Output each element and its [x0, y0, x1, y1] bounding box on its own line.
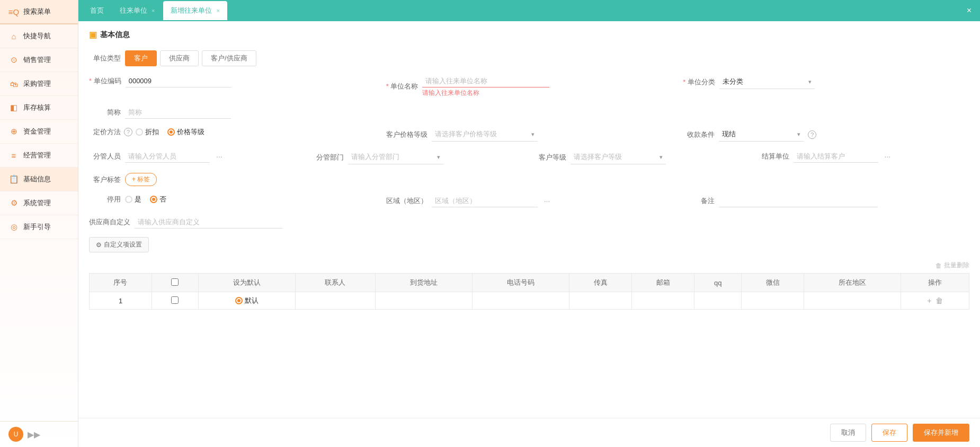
row-checkbox[interactable] [171, 296, 179, 304]
contact-table: 序号 设为默认 联系人 到货地址 电话号码 传真 邮箱 qq 微信 所在地区 操… [89, 273, 969, 310]
region-more-btn[interactable]: ··· [542, 197, 553, 205]
section-title: ▣ 基本信息 [89, 30, 969, 40]
sidebar-item-basic[interactable]: 📋 基础信息 [0, 168, 78, 191]
select-all-checkbox[interactable] [171, 278, 179, 286]
add-tag-button[interactable]: + 标签 [125, 173, 157, 186]
sidebar-item-inventory-label: 库存核算 [23, 103, 51, 112]
tag-row: 客户标签 + 标签 [89, 173, 969, 186]
radio-price-level-label: 价格等级 [177, 127, 204, 137]
dropdown-arrow5: ▾ [660, 154, 663, 161]
cell-default: 默认 [198, 292, 295, 310]
payment-terms-select[interactable]: 现结 ▾ [719, 127, 804, 142]
settlement-more-btn[interactable]: ··· [883, 152, 893, 161]
unit-code-input[interactable] [126, 75, 231, 87]
customer-price-level-select[interactable]: 请选择客户价格等级 ▾ [432, 127, 538, 142]
customer-price-level-group: 客户价格等级 请选择客户价格等级 ▾ [386, 127, 673, 142]
unit-name-label: 单位名称 [386, 82, 418, 91]
remark-group: 备注 [683, 195, 969, 207]
radio-yes[interactable]: 是 [125, 195, 141, 204]
btn-both[interactable]: 客户/供应商 [202, 50, 256, 66]
cell-contact [296, 292, 376, 310]
radio-price-level[interactable]: 价格等级 [167, 127, 204, 137]
sidebar-item-guide[interactable]: ◎ 新手引导 [0, 215, 78, 239]
department-select[interactable]: 请输入分管部门 ▾ [348, 150, 443, 164]
window-close-button[interactable]: × [963, 6, 976, 15]
add-row-btn[interactable]: + [927, 296, 931, 305]
col-checkbox [152, 274, 198, 292]
radio-discount-label: 折扣 [145, 127, 159, 137]
settlement-unit-input[interactable] [794, 150, 878, 163]
unit-type-row: 单位类型 客户 供应商 客户/供应商 [89, 50, 969, 66]
basic-icon: 📋 [8, 174, 19, 185]
supplier-custom-input[interactable] [135, 216, 283, 229]
manager-more-btn[interactable]: ··· [214, 152, 225, 161]
unit-name-input[interactable] [422, 75, 549, 87]
col-wechat: 微信 [742, 274, 804, 292]
unit-code-group: 单位编码 [89, 75, 376, 87]
customer-price-level-placeholder: 请选择客户价格等级 [435, 129, 497, 139]
radio-discount[interactable]: 折扣 [136, 127, 159, 137]
sidebar-item-inventory[interactable]: ◧ 库存核算 [0, 96, 78, 120]
manager-group: 分管人员 ··· [89, 150, 301, 163]
tab-home[interactable]: 首页 [83, 1, 111, 20]
abbreviation-row: 简称 [89, 106, 969, 119]
custom-settings-section: ⚙ 自定义项设置 [89, 237, 969, 252]
sidebar-item-sales[interactable]: ⊙ 销售管理 [0, 48, 78, 72]
manager-input[interactable] [125, 150, 210, 163]
unit-category-select[interactable]: 未分类 ▾ [719, 75, 815, 89]
abbreviation-input[interactable] [125, 106, 231, 119]
purchase-icon: 🛍 [8, 78, 19, 89]
guide-icon: ◎ [8, 222, 19, 232]
btn-customer[interactable]: 客户 [125, 50, 157, 66]
batch-delete-label[interactable]: 批量删除 [944, 261, 969, 270]
sidebar-item-system[interactable]: ⚙ 系统管理 [0, 191, 78, 215]
expand-icon[interactable]: ▶▶ [28, 430, 40, 440]
pricing-row: 定价方法 ? 折扣 价格等级 客户价格等级 请选择客户价格等级 [89, 127, 969, 142]
sidebar-item-finance[interactable]: ⊕ 资金管理 [0, 120, 78, 144]
pricing-method-group: 定价方法 ? 折扣 价格等级 [89, 127, 376, 137]
content-area: ▣ 基本信息 单位类型 客户 供应商 客户/供应商 单位编码 单位名称 [78, 21, 980, 418]
custom-settings-button[interactable]: ⚙ 自定义项设置 [89, 237, 149, 252]
radio-no-circle [150, 196, 157, 203]
remark-input[interactable] [719, 195, 878, 207]
radio-no[interactable]: 否 [150, 195, 166, 204]
default-radio[interactable]: 默认 [204, 296, 290, 305]
tab-bar: 首页 往来单位 × 新增往来单位 × × [78, 0, 980, 21]
tab-new-contact-close[interactable]: × [216, 7, 219, 14]
radio-yes-circle [125, 196, 132, 203]
cell-wechat [742, 292, 804, 310]
default-radio-label: 默认 [245, 296, 259, 305]
delete-row-btn[interactable]: 🗑 [936, 296, 943, 305]
tab-contacts-close[interactable]: × [152, 7, 155, 14]
sidebar-item-purchase[interactable]: 🛍 采购管理 [0, 72, 78, 96]
operations-icon: ≡ [8, 150, 19, 161]
finance-icon: ⊕ [8, 126, 19, 137]
cell-phone [472, 292, 569, 310]
pricing-help-icon[interactable]: ? [124, 128, 132, 136]
department-group: 分管部门 请输入分管部门 ▾ [312, 150, 524, 164]
region-input[interactable] [432, 195, 538, 207]
btn-supplier[interactable]: 供应商 [160, 50, 199, 66]
tab-new-contact[interactable]: 新增往来单位 × [163, 1, 227, 20]
unit-name-wrap: 请输入往来单位名称 [422, 75, 672, 98]
sidebar-item-quicknav[interactable]: ⌂ 快捷导航 [0, 24, 78, 48]
radio-no-label: 否 [159, 195, 166, 204]
tab-contacts[interactable]: 往来单位 × [112, 1, 162, 20]
payment-terms-group: 收款条件 现结 ▾ ? [683, 127, 969, 142]
payment-help-icon[interactable]: ? [808, 130, 816, 139]
sidebar-item-search[interactable]: ≡Q 搜索菜单 [0, 0, 78, 24]
contact-table-section: 🗑 批量删除 序号 设为默认 联系人 到货地址 电话号码 传真 邮箱 qq [89, 261, 969, 310]
unit-name-error: 请输入往来单位名称 [422, 89, 672, 98]
customer-level-select[interactable]: 请选择客户等级 ▾ [571, 150, 666, 164]
save-button[interactable]: 保存 [871, 424, 907, 442]
unit-type-label: 单位类型 [89, 54, 121, 63]
payment-terms-value: 现结 [722, 129, 736, 139]
section-icon: ▣ [89, 30, 97, 40]
customer-level-placeholder: 请选择客户等级 [574, 152, 622, 162]
department-label: 分管部门 [312, 153, 344, 162]
cancel-button[interactable]: 取消 [830, 424, 866, 442]
save-new-button[interactable]: 保存并新增 [913, 424, 969, 442]
sidebar-item-operations[interactable]: ≡ 经营管理 [0, 144, 78, 168]
remark-label: 备注 [683, 196, 715, 206]
pricing-radio-group: 折扣 价格等级 [136, 127, 204, 137]
